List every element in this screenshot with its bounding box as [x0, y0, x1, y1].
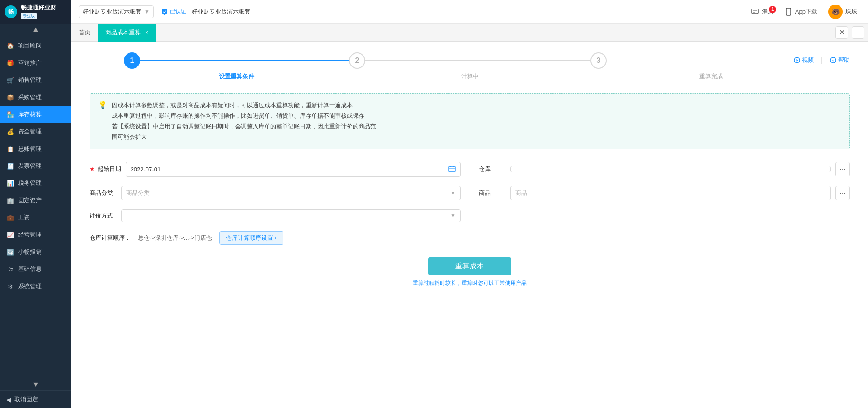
svg-rect-7	[449, 166, 455, 172]
warehouse-dots-button[interactable]: ···	[835, 162, 850, 176]
warehouse-input[interactable]	[510, 166, 831, 172]
form-section: ★ 起始日期 2022-07-01	[90, 162, 850, 245]
inventory-icon: 🏪	[6, 110, 14, 119]
sidebar-title: 畅捷通好业财	[21, 4, 56, 11]
category-label: 商品分类	[90, 189, 117, 197]
warehouse-field: 仓库 ···	[479, 162, 850, 176]
verified-label: 已认证	[170, 8, 186, 15]
sidebar-item-system[interactable]: ⚙ 系统管理	[0, 278, 71, 295]
video-link[interactable]: 视频	[794, 56, 814, 64]
recalc-note: 重算过程耗时较长，重算时您可以正常使用产品	[413, 280, 527, 287]
app-download-button[interactable]: App下载	[781, 6, 821, 18]
start-date-label: 起始日期	[98, 166, 121, 172]
form-row-2: 商品分类 商品分类 ▼ 商品 商品 ···	[90, 186, 850, 200]
sidebar-item-salary[interactable]: 💼 工资	[0, 209, 71, 226]
tab-cost-recalc[interactable]: 商品成本重算 ×	[98, 24, 156, 42]
warehouse-order-btn-label: 仓库计算顺序设置	[226, 234, 273, 242]
sidebar-item-label: 系统管理	[18, 282, 42, 290]
basic-icon: 🗂	[6, 265, 14, 273]
account-name-display: 好业财专业版演示帐套	[192, 8, 250, 16]
expand-window-button[interactable]: ⛶	[852, 26, 864, 39]
username-label: 珠珠	[845, 8, 857, 16]
tab-home[interactable]: 首页	[71, 24, 98, 42]
svg-marker-4	[796, 59, 798, 62]
sidebar-header: 畅 畅捷通好业财 专业版	[0, 0, 71, 24]
sidebar-item-sales[interactable]: 🛒 销售管理	[0, 71, 71, 89]
sidebar-scroll-up[interactable]: ▲	[0, 24, 71, 35]
sidebar-item-assets[interactable]: 🏢 固定资产	[0, 192, 71, 209]
user-menu[interactable]: 🐻 珠珠	[825, 3, 861, 21]
sidebar-logo: 畅	[5, 5, 17, 18]
warehouse-order-settings-button[interactable]: 仓库计算顺序设置 ›	[219, 231, 283, 245]
sidebar-item-marketing[interactable]: 🎁 营销推广	[0, 54, 71, 71]
sidebar-item-label: 营销推广	[18, 59, 42, 67]
verified-badge: 已认证	[161, 8, 186, 15]
product-label: 商品	[479, 189, 506, 197]
product-dots-button[interactable]: ···	[835, 186, 850, 200]
sidebar-item-expense[interactable]: 🔄 小畅报销	[0, 243, 71, 261]
sidebar-item-label: 项目顾问	[18, 42, 42, 50]
recalc-section: 重算成本 重算过程耗时较长，重算时您可以正常使用产品	[90, 257, 850, 287]
tab-close-button[interactable]: ×	[145, 29, 148, 36]
account-select[interactable]: 好业财专业版演示帐套 ▼	[79, 5, 154, 18]
product-input[interactable]: 商品	[510, 186, 831, 200]
help-icon: ?	[830, 57, 836, 63]
sidebar-item-operations[interactable]: 📈 经营管理	[0, 226, 71, 243]
tabs-bar: 首页 商品成本重算 × ✕ ⛶	[71, 24, 868, 42]
sidebar-item-accounting[interactable]: 📋 总账管理	[0, 140, 71, 157]
tab-active-label: 商品成本重算	[105, 28, 141, 37]
sidebar-item-label: 经营管理	[18, 231, 42, 239]
message-button[interactable]: 消息 1	[747, 6, 777, 18]
invoice-icon: 🧾	[6, 162, 14, 170]
step-3-circle: 3	[590, 52, 607, 69]
sidebar-item-tax[interactable]: 📊 税务管理	[0, 175, 71, 192]
sidebar: 畅 畅捷通好业财 专业版 ▲ 🏠 项目顾问 🎁 营销推广 🛒 销售管理 📦 采购…	[0, 0, 71, 408]
sidebar-subtitle: 专业版	[21, 13, 37, 19]
sidebar-item-invoice[interactable]: 🧾 发票管理	[0, 157, 71, 175]
operations-icon: 📈	[6, 231, 14, 239]
info-line-3: 若【系统设置】中启用了自动调整记账日期时，会调整入库单的整单记账日期，因此重新计…	[112, 121, 376, 132]
sidebar-item-project[interactable]: 🏠 项目顾问	[0, 37, 71, 54]
sidebar-footer-unpin[interactable]: ◀ 取消固定	[0, 390, 71, 408]
sidebar-item-finance[interactable]: 💰 资金管理	[0, 123, 71, 140]
svg-point-2	[788, 14, 789, 14]
play-icon	[794, 57, 800, 63]
help-link[interactable]: ? 帮助	[830, 56, 850, 64]
svg-rect-0	[752, 9, 758, 14]
pricing-label: 计价方式	[90, 212, 117, 220]
pricing-field: 计价方式 ▼	[90, 209, 461, 222]
mobile-icon	[784, 8, 793, 16]
chevron-down-icon-category: ▼	[450, 190, 456, 196]
calendar-icon[interactable]	[448, 165, 456, 174]
chevron-right-icon: ›	[275, 234, 277, 241]
sidebar-item-label: 固定资产	[18, 196, 42, 204]
svg-text:?: ?	[832, 59, 835, 63]
sidebar-item-label: 税务管理	[18, 179, 42, 187]
sidebar-scroll-down[interactable]: ▼	[0, 379, 71, 390]
recalc-button[interactable]: 重算成本	[428, 257, 511, 275]
close-window-button[interactable]: ✕	[835, 26, 848, 39]
warehouse-order-row: 仓库计算顺序： 总仓->深圳仓库->...->门店仓 仓库计算顺序设置 ›	[90, 231, 850, 245]
category-select[interactable]: 商品分类 ▼	[121, 186, 461, 200]
step-line-2	[365, 60, 590, 61]
form-row-3: 计价方式 ▼	[90, 209, 850, 222]
step-2-label: 计算中	[461, 72, 479, 81]
info-bulb-icon: 💡	[98, 100, 107, 109]
start-date-input[interactable]: 2022-07-01	[126, 162, 461, 177]
steps-container: 1 设置重算条件 2 计算中	[90, 52, 850, 81]
sidebar-item-basic[interactable]: 🗂 基础信息	[0, 261, 71, 278]
helper-links: 视频 | ? 帮助	[794, 56, 850, 64]
avatar: 🐻	[828, 5, 843, 19]
sidebar-item-label: 资金管理	[18, 128, 42, 136]
sidebar-item-inventory[interactable]: 🏪 库存核算	[0, 106, 71, 123]
tax-icon: 📊	[6, 179, 14, 187]
warehouse-label: 仓库	[479, 165, 506, 173]
steps-section: 1 设置重算条件 2 计算中	[90, 52, 850, 81]
finance-icon: 💰	[6, 128, 14, 136]
step-1-label: 设置重算条件	[219, 72, 254, 81]
sidebar-item-purchase[interactable]: 📦 采购管理	[0, 89, 71, 106]
step-1-circle: 1	[124, 52, 140, 69]
project-icon: 🏠	[6, 42, 14, 50]
step-line-1	[140, 60, 349, 61]
pricing-select[interactable]: ▼	[121, 209, 461, 222]
